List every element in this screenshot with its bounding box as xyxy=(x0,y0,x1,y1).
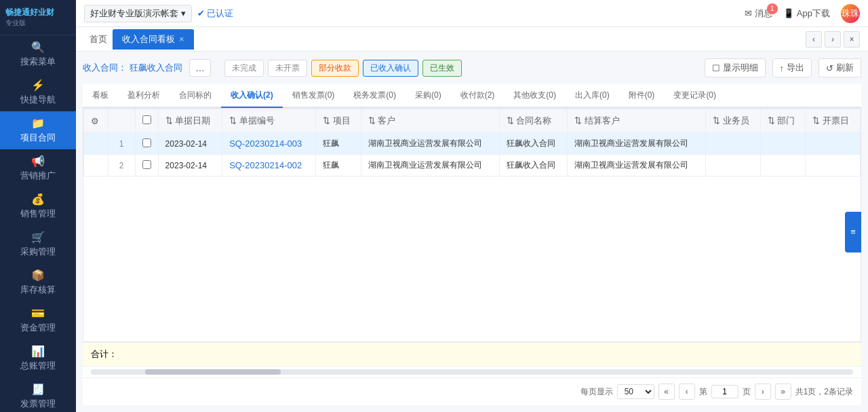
avatar: 珠珠 xyxy=(841,4,860,23)
col-header-open_date[interactable]: ⇅ 开票日 xyxy=(806,109,861,133)
next-page-button[interactable]: › xyxy=(755,383,771,400)
col-header-settings[interactable]: ⚙ xyxy=(84,109,108,133)
col-header-salesperson[interactable]: ⇅ 业务员 xyxy=(706,109,761,133)
prev-page-button[interactable]: ‹ xyxy=(679,383,695,400)
col-sort-icon-department[interactable]: ⇅ 部门 xyxy=(768,115,795,126)
refresh-button[interactable]: ↺ 刷新 xyxy=(818,58,861,77)
col-header-result_customer[interactable]: ⇅ 结算客户 xyxy=(568,109,706,133)
sidebar-item-8[interactable]: 📊总账管理 xyxy=(0,339,76,377)
sidebar-item-1[interactable]: ⚡快捷导航 xyxy=(0,73,76,111)
pagination: 每页显示 50 20 100 « ‹ 第 页 › » 共1页，2条记录 xyxy=(83,377,861,405)
scrollbar-row xyxy=(83,367,861,377)
inner-tab-6[interactable]: 采购(0) xyxy=(406,84,451,108)
col-header-checkbox[interactable] xyxy=(135,109,158,133)
col-sort-icon-contract_name[interactable]: ⇅ 合同名称 xyxy=(507,115,552,126)
tab-next-button[interactable]: › xyxy=(825,31,841,48)
inner-tab-10[interactable]: 附件(0) xyxy=(619,84,665,108)
page-number-input[interactable] xyxy=(711,385,738,398)
row-checkbox[interactable] xyxy=(142,160,151,169)
sidebar-item-6[interactable]: 📦库存核算 xyxy=(0,263,76,301)
inner-tabs: 看板盈利分析合同标的收入确认(2)销售发票(0)税务发票(0)采购(0)收付款(… xyxy=(83,84,861,108)
app-download-button[interactable]: 📱 App下载 xyxy=(783,7,830,20)
col-header-number[interactable]: ⇅ 单据编号 xyxy=(222,109,316,133)
status-btn-1[interactable]: 未开票 xyxy=(268,60,307,77)
home-tab[interactable]: 首页 xyxy=(84,33,113,45)
col-header-date[interactable]: ⇅ 单据日期 xyxy=(158,109,222,133)
col-sort-icon-date[interactable]: ⇅ 单据日期 xyxy=(165,115,211,126)
data-table-container[interactable]: ⚙⇅ 单据日期⇅ 单据编号⇅ 项目⇅ 客户⇅ 合同名称⇅ 结算客户⇅ 业务员⇅ … xyxy=(83,108,861,342)
first-page-button[interactable]: « xyxy=(658,383,675,400)
refresh-icon: ↺ xyxy=(826,63,833,73)
export-button[interactable]: ↑ 导出 xyxy=(772,58,812,77)
col-header-project[interactable]: ⇅ 项目 xyxy=(316,109,361,133)
main-area: 好业财专业版演示帐套 ▾ ✔ 已认证 ✉ 1 消息 📱 App下载 珠珠 xyxy=(76,0,868,412)
inner-tab-0[interactable]: 看板 xyxy=(83,84,118,108)
show-detail-button[interactable]: ☐ 显示明细 xyxy=(705,58,766,77)
inner-tab-7[interactable]: 收付款(2) xyxy=(451,84,505,108)
col-header-contract_name[interactable]: ⇅ 合同名称 xyxy=(499,109,567,133)
inner-tab-11[interactable]: 变更记录(0) xyxy=(664,84,726,108)
message-button[interactable]: ✉ 1 消息 xyxy=(745,7,772,20)
inner-tab-3[interactable]: 收入确认(2) xyxy=(221,84,283,108)
col-sort-icon-open_date[interactable]: ⇅ 开票日 xyxy=(812,115,849,126)
status-btn-3[interactable]: 已收入确认 xyxy=(363,60,418,77)
col-sort-icon-salesperson[interactable]: ⇅ 业务员 xyxy=(713,115,749,126)
inner-tab-9[interactable]: 出入库(0) xyxy=(566,84,619,108)
last-page-button[interactable]: » xyxy=(775,383,791,400)
status-btn-4[interactable]: 已生效 xyxy=(422,60,462,77)
content-area: 收入合同： 狂飙收入合同 … 未完成未开票部分收款已收入确认已生效 ☐ 显示明细… xyxy=(76,52,868,412)
sidebar-icon-2: 📁 xyxy=(31,117,45,130)
per-page-select[interactable]: 50 20 100 xyxy=(617,384,654,399)
sidebar-item-2[interactable]: 📁项目合同 xyxy=(0,111,76,149)
company-selector[interactable]: 好业财专业版演示帐套 ▾ xyxy=(84,5,192,22)
col-sort-icon-number[interactable]: ⇅ 单据编号 xyxy=(229,115,275,126)
sidebar-item-4[interactable]: 💰销售管理 xyxy=(0,187,76,225)
sidebar-item-3[interactable]: 📢营销推广 xyxy=(0,149,76,187)
inner-tab-4[interactable]: 销售发票(0) xyxy=(283,84,344,108)
sidebar-item-0[interactable]: 🔍搜索菜单 xyxy=(0,35,76,73)
cell-date-row-0: 2023-02-14 xyxy=(158,133,222,155)
sidebar-item-7[interactable]: 💳资金管理 xyxy=(0,301,76,339)
col-sort-icon-result_customer[interactable]: ⇅ 结算客户 xyxy=(574,115,620,126)
col-sort-icon-customer[interactable]: ⇅ 客户 xyxy=(368,115,396,126)
inner-tab-8[interactable]: 其他收支(0) xyxy=(504,84,566,108)
cell-index-row-0: 1 xyxy=(108,133,135,155)
tab-prev-button[interactable]: ‹ xyxy=(806,31,822,48)
status-btn-2[interactable]: 部分收款 xyxy=(311,60,359,77)
record-link[interactable]: SQ-20230214-002 xyxy=(229,160,302,170)
header-right-actions: ☐ 显示明细 ↑ 导出 ↺ 刷新 xyxy=(705,58,862,77)
float-action-button[interactable]: ≡ xyxy=(845,212,861,252)
cell-checkbox-row-0[interactable] xyxy=(135,133,158,155)
col-header-department[interactable]: ⇅ 部门 xyxy=(760,109,806,133)
col-sort-icon-project[interactable]: ⇅ 项目 xyxy=(323,115,351,126)
sidebar-item-9[interactable]: 🧾发票管理 xyxy=(0,377,76,412)
horizontal-scrollbar[interactable] xyxy=(91,369,853,375)
row-checkbox[interactable] xyxy=(142,138,151,147)
record-link[interactable]: SQ-20230214-003 xyxy=(229,138,302,149)
settings-icon[interactable]: ⚙ xyxy=(91,116,99,126)
inner-tab-2[interactable]: 合同标的 xyxy=(170,84,221,108)
cell-number-row-0[interactable]: SQ-20230214-003 xyxy=(222,133,316,155)
tab-close-button[interactable]: × xyxy=(844,31,860,48)
cell-number-row-1[interactable]: SQ-20230214-002 xyxy=(222,155,316,176)
table-row[interactable]: 22023-02-14SQ-20230214-002狂飙湖南卫视商业运营发展有限… xyxy=(84,155,861,176)
cell-checkbox-row-1[interactable] xyxy=(135,155,158,176)
inner-tab-5[interactable]: 税务发票(0) xyxy=(344,84,406,108)
table-row[interactable]: 12023-02-14SQ-20230214-003狂飙湖南卫视商业运营发展有限… xyxy=(84,133,861,155)
tab-close-icon[interactable]: × xyxy=(179,34,184,44)
select-all-checkbox[interactable] xyxy=(142,115,151,124)
scrollbar-thumb[interactable] xyxy=(145,369,281,375)
home-label: 首页 xyxy=(90,34,107,44)
cell-customer-row-0: 湖南卫视商业运营发展有限公司 xyxy=(361,133,499,155)
col-header-customer[interactable]: ⇅ 客户 xyxy=(361,109,499,133)
active-tab-label: 收入合同看板 xyxy=(122,33,175,45)
col-header-index[interactable] xyxy=(108,109,135,133)
sidebar-item-5[interactable]: 🛒采购管理 xyxy=(0,225,76,263)
sidebar-icon-3: 📢 xyxy=(31,155,45,168)
status-btn-0[interactable]: 未完成 xyxy=(224,60,264,77)
cell-contract_name-row-1: 狂飙收入合同 xyxy=(499,155,567,176)
user-avatar[interactable]: 珠珠 xyxy=(841,4,860,23)
more-button[interactable]: … xyxy=(189,59,211,77)
inner-tab-1[interactable]: 盈利分析 xyxy=(118,84,170,108)
active-tab[interactable]: 收入合同看板 × xyxy=(113,29,194,50)
